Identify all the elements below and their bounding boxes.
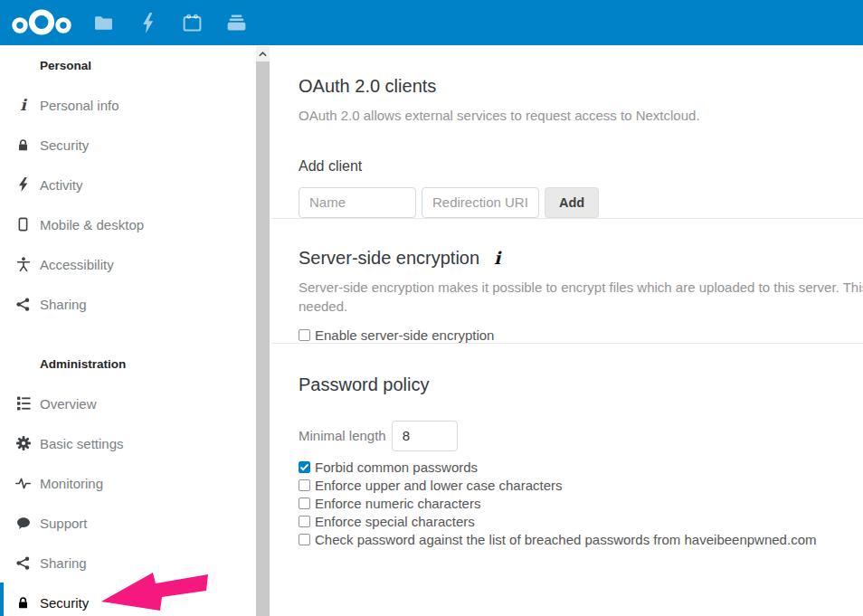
scrollbar-thumb[interactable] <box>256 62 270 616</box>
checkbox-checked-icon <box>299 461 310 473</box>
sidebar-item-overview[interactable]: Overview <box>0 384 271 423</box>
minimal-length-label: Minimal length <box>299 428 386 443</box>
add-client-heading: Add client <box>299 158 863 175</box>
enforce-upper-lower-checkbox[interactable]: Enforce upper and lower case characters <box>299 477 863 495</box>
sidebar-item-security-personal[interactable]: Security <box>0 125 271 165</box>
info-icon: i <box>15 98 31 113</box>
gear-icon <box>15 436 31 451</box>
settings-sidebar: Personal i Personal info Security Activi… <box>0 45 271 616</box>
sidebar-item-label: Accessibility <box>40 257 114 272</box>
sidebar-section-administration: Administration <box>0 344 271 384</box>
encryption-description-line1: Server-side encryption makes it possible… <box>299 278 863 298</box>
lightning-icon <box>15 177 31 193</box>
sidebar-item-sharing-personal[interactable]: Sharing <box>0 284 271 324</box>
checkbox-label: Forbid common passwords <box>315 460 478 475</box>
checkbox-label: Enforce special characters <box>315 514 475 529</box>
encryption-title: Server-side encryption <box>299 246 479 270</box>
encryption-section: Server-side encryption i Server-side enc… <box>271 219 863 343</box>
info-icon[interactable]: i <box>494 251 500 266</box>
lightning-icon[interactable] <box>126 0 170 45</box>
sidebar-scrollbar <box>256 46 270 616</box>
settings-content: OAuth 2.0 clients OAuth 2.0 allows exter… <box>271 45 863 616</box>
share-icon <box>15 297 31 312</box>
enable-encryption-checkbox[interactable]: Enable server-side encryption <box>299 328 863 343</box>
password-policy-section: Password policy Minimal length Forbid co… <box>271 344 863 549</box>
sidebar-item-activity[interactable]: Activity <box>0 165 271 204</box>
sidebar-item-label: Overview <box>40 396 97 412</box>
checkbox-label: Check password against the list of breac… <box>315 532 816 547</box>
lock-icon <box>15 595 31 611</box>
sidebar-item-label: Support <box>40 516 88 531</box>
enforce-numeric-checkbox[interactable]: Enforce numeric characters <box>299 495 863 513</box>
sidebar-item-security-admin[interactable]: Security <box>0 583 271 616</box>
chat-icon <box>15 516 31 531</box>
calendar-icon[interactable] <box>170 0 214 45</box>
nextcloud-logo-icon[interactable] <box>10 5 73 40</box>
checkbox-unchecked-icon <box>299 479 310 491</box>
sidebar-item-label: Sharing <box>40 297 87 312</box>
sidebar-item-label: Security <box>40 137 89 153</box>
accessibility-icon <box>15 257 31 272</box>
checkbox-unchecked-icon <box>299 534 310 545</box>
app-window: Personal i Personal info Security Activi… <box>0 0 863 616</box>
password-policy-checkboxes: Forbid common passwords Enforce upper an… <box>299 459 863 549</box>
forbid-common-passwords-checkbox[interactable]: Forbid common passwords <box>299 459 863 477</box>
monitoring-icon <box>15 476 31 491</box>
scroll-up-button[interactable] <box>256 46 270 62</box>
check-breached-passwords-checkbox[interactable]: Check password against the list of breac… <box>299 531 863 549</box>
sidebar-item-monitoring[interactable]: Monitoring <box>0 463 271 503</box>
add-client-button[interactable]: Add <box>545 187 599 218</box>
folder-icon[interactable] <box>81 0 126 45</box>
checkbox-label: Enable server-side encryption <box>315 327 494 343</box>
phone-icon <box>15 217 31 232</box>
sidebar-item-support[interactable]: Support <box>0 503 271 543</box>
minimal-length-row: Minimal length <box>299 421 863 451</box>
encryption-description-line2: needed. <box>299 297 863 317</box>
enforce-special-checkbox[interactable]: Enforce special characters <box>299 513 863 531</box>
sidebar-item-label: Activity <box>40 177 83 193</box>
list-icon <box>15 396 31 412</box>
add-client-form: Add <box>299 187 863 218</box>
checkbox-unchecked-icon <box>299 516 310 527</box>
deck-icon[interactable] <box>214 0 259 45</box>
checkbox-unchecked-icon <box>299 498 310 509</box>
sidebar-item-label: Sharing <box>40 555 87 571</box>
sidebar-item-label: Personal info <box>40 98 119 113</box>
sidebar-item-label: Mobile & desktop <box>40 217 144 232</box>
sidebar-item-sharing-admin[interactable]: Sharing <box>0 543 271 583</box>
redirection-uri-input[interactable] <box>422 187 539 218</box>
minimal-length-input[interactable] <box>392 421 458 451</box>
checkbox-unchecked-icon <box>299 329 310 341</box>
sidebar-item-label: Basic settings <box>40 436 124 451</box>
password-policy-title: Password policy <box>299 373 863 397</box>
oauth-title: OAuth 2.0 clients <box>299 74 863 99</box>
oauth-description: OAuth 2.0 allows external services to re… <box>299 106 863 126</box>
sidebar-item-label: Security <box>40 595 89 611</box>
sidebar-item-accessibility[interactable]: Accessibility <box>0 244 271 284</box>
sidebar-item-basic-settings[interactable]: Basic settings <box>0 423 271 463</box>
sidebar-item-personal-info[interactable]: i Personal info <box>0 85 271 125</box>
top-header-bar <box>0 0 863 45</box>
sidebar-section-personal: Personal <box>0 45 271 85</box>
lock-icon <box>15 137 31 153</box>
checkbox-label: Enforce numeric characters <box>315 496 480 511</box>
share-icon <box>15 555 31 571</box>
checkbox-label: Enforce upper and lower case characters <box>315 478 562 493</box>
client-name-input[interactable] <box>299 187 416 218</box>
oauth-section: OAuth 2.0 clients OAuth 2.0 allows exter… <box>271 45 863 218</box>
sidebar-item-mobile-desktop[interactable]: Mobile & desktop <box>0 204 271 244</box>
app-navigation <box>81 0 259 45</box>
sidebar-item-label: Monitoring <box>40 476 103 491</box>
